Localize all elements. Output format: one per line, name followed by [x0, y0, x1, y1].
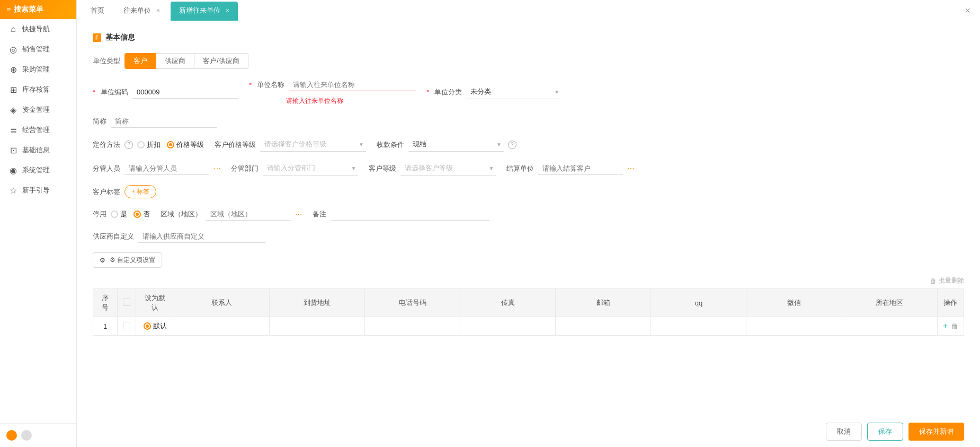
- department-select[interactable]: 请输入分管部门 ▼: [263, 161, 358, 176]
- system-icon: ◉: [8, 165, 18, 175]
- basic-info-icon: ⊡: [8, 145, 18, 155]
- fax-input[interactable]: [466, 322, 550, 330]
- tab-partners[interactable]: 往来单位 ×: [115, 2, 168, 21]
- batch-delete-btn[interactable]: 🗑 批量删除: [930, 276, 964, 285]
- qq-input[interactable]: [656, 322, 741, 330]
- tab-new-partner[interactable]: 新增往来单位 ×: [171, 2, 238, 21]
- supplier-custom-label: 供应商自定义: [93, 232, 134, 241]
- tab-home[interactable]: 首页: [82, 2, 113, 21]
- payment-terms-group: 收款条件 现结 ▼ ?: [377, 137, 516, 152]
- cell-qq[interactable]: [651, 317, 746, 336]
- pricing-help-icon[interactable]: ?: [124, 141, 133, 149]
- sidebar-bottom-btn1[interactable]: [6, 430, 17, 441]
- table-region-input[interactable]: [848, 322, 932, 330]
- sidebar-item-system[interactable]: ◉ 系统管理: [0, 160, 76, 180]
- add-tag-button[interactable]: + 标签: [124, 185, 156, 198]
- pricing-group: 定价方法 ? 折扣 价格等级: [93, 140, 204, 150]
- sidebar-item-operations[interactable]: ≣ 经营管理: [0, 120, 76, 140]
- row-checkbox[interactable]: [123, 322, 130, 329]
- unit-code-label: 单位编码: [101, 87, 128, 97]
- radio-yes[interactable]: 是: [111, 209, 127, 219]
- sidebar-search[interactable]: ≡ 搜索菜单: [0, 0, 76, 19]
- chevron-down-icon5: ▼: [488, 165, 494, 171]
- custom-settings-button[interactable]: ⚙ ⚙ 自定义项设置: [93, 252, 162, 268]
- region-more-btn[interactable]: ···: [295, 209, 302, 219]
- radio-discount[interactable]: 折扣: [137, 140, 161, 150]
- sidebar-item-quick-nav[interactable]: ⌂ 快捷导航: [0, 19, 76, 39]
- unit-category-select[interactable]: 未分类 ▼: [466, 85, 562, 99]
- phone-input[interactable]: [370, 322, 455, 330]
- col-default: 设为默认: [136, 289, 174, 317]
- disabled-group: 停用 是 否: [93, 209, 150, 219]
- short-name-input[interactable]: [111, 115, 217, 128]
- row-add-btn[interactable]: +: [943, 321, 948, 331]
- row-delete-btn[interactable]: 🗑: [951, 322, 958, 330]
- payment-help-icon[interactable]: ?: [508, 141, 516, 149]
- inventory-icon: ⊞: [8, 85, 18, 94]
- cell-region[interactable]: [842, 317, 937, 336]
- sidebar-item-sales[interactable]: ◎ 销售管理: [0, 39, 76, 59]
- table-select-all[interactable]: [123, 299, 130, 306]
- sidebar-item-inventory[interactable]: ⊞ 库存核算: [0, 80, 76, 100]
- wechat-input[interactable]: [752, 322, 836, 330]
- region-input[interactable]: [206, 208, 291, 221]
- sidebar-bottom-btn2[interactable]: [21, 430, 32, 441]
- cell-wechat[interactable]: [746, 317, 842, 336]
- col-action: 操作: [937, 289, 964, 317]
- chevron-down-icon: ▼: [554, 89, 559, 95]
- type-btn-customer[interactable]: 客户: [124, 53, 156, 69]
- department-placeholder: 请输入分管部门: [267, 163, 349, 173]
- unit-type-group: 单位类型 客户 供应商 客户/供应商: [93, 53, 248, 69]
- home-icon: ⌂: [8, 24, 18, 34]
- pricing-label: 定价方法: [93, 140, 120, 150]
- cell-contact[interactable]: [174, 317, 270, 336]
- settlement-more-btn[interactable]: ···: [627, 164, 634, 173]
- sidebar-label-operations: 经营管理: [22, 125, 50, 135]
- manager-more-btn[interactable]: ···: [213, 164, 220, 173]
- remark-input[interactable]: [331, 208, 489, 221]
- type-btn-supplier[interactable]: 供应商: [156, 53, 194, 69]
- cell-email[interactable]: [556, 317, 651, 336]
- radio-no[interactable]: 否: [133, 209, 150, 219]
- cell-fax[interactable]: [460, 317, 556, 336]
- payment-terms-value: 现结: [413, 139, 494, 149]
- manager-input[interactable]: [124, 162, 209, 175]
- save-button[interactable]: 保存: [867, 423, 903, 441]
- unit-name-input[interactable]: [289, 78, 416, 91]
- sidebar-item-purchase[interactable]: ⊕ 采购管理: [0, 59, 76, 80]
- cell-check: [118, 317, 136, 336]
- cell-phone[interactable]: [365, 317, 460, 336]
- sidebar-label-inventory: 库存核算: [22, 85, 50, 94]
- payment-terms-select[interactable]: 现结 ▼: [408, 137, 504, 152]
- tabbar-close-btn[interactable]: ×: [960, 5, 975, 16]
- cancel-button[interactable]: 取消: [826, 423, 862, 441]
- manager-row: 分管人员 ··· 分管部门 请输入分管部门 ▼ 客户等级 请选择客户等级 ▼ 结…: [93, 161, 964, 176]
- email-input[interactable]: [561, 322, 645, 330]
- save-add-button[interactable]: 保存并新增: [908, 423, 964, 441]
- short-name-label: 简称: [93, 117, 106, 126]
- tab-new-partner-close[interactable]: ×: [226, 7, 229, 14]
- row-default-radio[interactable]: [144, 322, 151, 330]
- tabbar: 首页 往来单位 × 新增往来单位 × ×: [77, 0, 980, 22]
- address-input[interactable]: [275, 322, 359, 330]
- sidebar-label-basic-info: 基础信息: [22, 145, 50, 155]
- unit-category-label: 单位分类: [434, 87, 462, 97]
- settlement-input[interactable]: [538, 162, 623, 175]
- customer-price-select[interactable]: 请选择客户价格等级 ▼: [260, 137, 366, 152]
- sidebar-item-basic-info[interactable]: ⊡ 基础信息: [0, 140, 76, 160]
- cell-address[interactable]: [270, 317, 365, 336]
- radio-price-level[interactable]: 价格等级: [167, 140, 204, 150]
- contact-input[interactable]: [180, 322, 264, 330]
- supplier-custom-input[interactable]: [138, 230, 265, 243]
- customer-level-select[interactable]: 请选择客户等级 ▼: [400, 161, 496, 176]
- purchase-icon: ⊕: [8, 65, 18, 74]
- sidebar-item-finance[interactable]: ◈ 资金管理: [0, 100, 76, 120]
- customer-level-placeholder: 请选择客户等级: [405, 163, 486, 173]
- tab-partners-close[interactable]: ×: [156, 7, 160, 14]
- unit-code-input[interactable]: [132, 86, 238, 99]
- sidebar-item-guide[interactable]: ☆ 新手引导: [0, 180, 76, 200]
- department-group: 分管部门 请输入分管部门 ▼: [231, 161, 358, 176]
- type-btn-both[interactable]: 客户/供应商: [194, 53, 248, 69]
- content-area: F 基本信息 单位类型 客户 供应商 客户/供应商 * 单位编码: [77, 22, 980, 416]
- gear-icon: ⚙: [100, 257, 105, 264]
